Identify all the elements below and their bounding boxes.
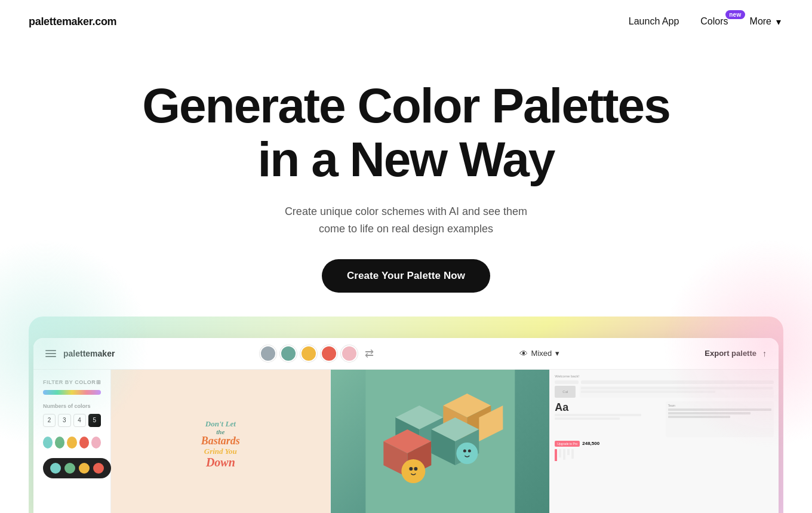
num-btn-5[interactable]: 5 (88, 414, 101, 427)
ui-row-1 (555, 380, 774, 384)
panel-ui-screenshot: Welcome back! Cal Aa (550, 370, 779, 513)
color-bar (43, 390, 101, 395)
more-nav-item[interactable]: More ▾ (750, 16, 783, 27)
mini-swatch-1[interactable] (43, 437, 53, 449)
nav-logo: palettemaker.com (29, 16, 116, 28)
app-mockup: palettemaker ⇄ 👁 Mixed ▾ Export palette … (33, 338, 779, 513)
swatch-3[interactable] (300, 345, 317, 362)
ui-main-content: Aa Team (555, 401, 774, 437)
filter-label: Filter by color ⊞ (43, 379, 101, 385)
ui-chart (555, 449, 774, 461)
shuffle-icon[interactable]: ⇄ (365, 347, 374, 360)
mini-swatch-3[interactable] (67, 437, 76, 449)
ui-upgrade-btn: Upgrade to Pro (555, 441, 580, 447)
filter-icon[interactable]: ⊞ (96, 379, 102, 385)
colors-label: Colors (700, 16, 728, 27)
mini-swatches (43, 437, 101, 449)
app-topbar-right: Export palette ↑ (705, 349, 767, 358)
more-label: More (750, 16, 771, 27)
preview-section: palettemaker ⇄ 👁 Mixed ▾ Export palette … (29, 317, 783, 513)
create-palette-button[interactable]: Create Your Palette Now (322, 259, 490, 293)
svg-point-18 (456, 443, 478, 464)
export-palette-button[interactable]: Export palette (705, 349, 756, 358)
mini-swatch-2[interactable] (55, 437, 64, 449)
swatch-5[interactable] (341, 345, 358, 362)
view-mode-selector[interactable]: 👁 Mixed ▾ (519, 349, 560, 358)
nav-right: Launch App Colors new More ▾ (629, 16, 783, 27)
upload-icon[interactable]: ↑ (762, 349, 767, 358)
pill-dot-4 (93, 463, 104, 474)
chevron-down-icon: ▾ (774, 17, 783, 26)
app-topbar: palettemaker ⇄ 👁 Mixed ▾ Export palette … (33, 338, 779, 370)
svg-point-17 (414, 467, 417, 471)
svg-point-20 (468, 449, 471, 452)
view-mode-chevron: ▾ (555, 349, 559, 358)
color-swatches-row: ⇄ (260, 345, 374, 362)
swatch-1[interactable] (260, 345, 276, 362)
pill-dot-3 (79, 463, 90, 474)
num-buttons: 2 3 4 5 (43, 414, 101, 427)
app-sidebar: Filter by color ⊞ Numbers of colors 2 3 … (33, 370, 111, 513)
app-content: Filter by color ⊞ Numbers of colors 2 3 … (33, 370, 779, 513)
num-btn-3[interactable]: 3 (58, 414, 70, 427)
ui-stats-value: 248,500 (582, 441, 599, 446)
ui-aa-text: Aa (555, 401, 663, 414)
ui-row-2: Cal (555, 386, 774, 398)
panel-isometric (331, 370, 550, 513)
hero-title: Generate Color Palettes in a New Way (142, 79, 670, 186)
dark-pill (43, 458, 111, 478)
navbar: palettemaker.com Launch App Colors new M… (0, 0, 812, 43)
hamburger-icon[interactable] (45, 350, 56, 357)
swatch-2[interactable] (280, 345, 297, 362)
pill-dot-2 (64, 463, 75, 474)
typography-art: Don't Let the Bastards Grind You Down (111, 370, 330, 513)
panel-typography: Don't Let the Bastards Grind You Down (111, 370, 331, 513)
image-panels: Don't Let the Bastards Grind You Down (111, 370, 779, 513)
hero-subtitle: Create unique color schemes with AI and … (285, 203, 527, 238)
num-btn-2[interactable]: 2 (43, 414, 56, 427)
pill-dot-1 (50, 463, 61, 474)
hero-section: Generate Color Palettes in a New Way Cre… (0, 43, 812, 317)
colors-nav-item[interactable]: Colors new (700, 16, 728, 27)
mini-swatch-5[interactable] (91, 437, 101, 449)
svg-point-15 (401, 459, 425, 483)
app-topbar-left: palettemaker (45, 349, 115, 358)
view-mode-label: Mixed (531, 349, 552, 358)
num-colors-label: Numbers of colors (43, 403, 101, 409)
swatch-4[interactable] (321, 345, 337, 362)
ui-header: Welcome back! (555, 374, 774, 378)
mini-swatch-4[interactable] (79, 437, 89, 449)
app-brand-label: palettemaker (63, 349, 115, 358)
ui-bottom-row: Upgrade to Pro 248,500 (555, 441, 774, 447)
new-badge: new (725, 10, 745, 19)
svg-point-16 (409, 467, 413, 471)
num-btn-4[interactable]: 4 (73, 414, 86, 427)
eye-icon: 👁 (519, 349, 528, 358)
svg-point-19 (463, 449, 466, 452)
launch-app-link[interactable]: Launch App (629, 16, 679, 27)
